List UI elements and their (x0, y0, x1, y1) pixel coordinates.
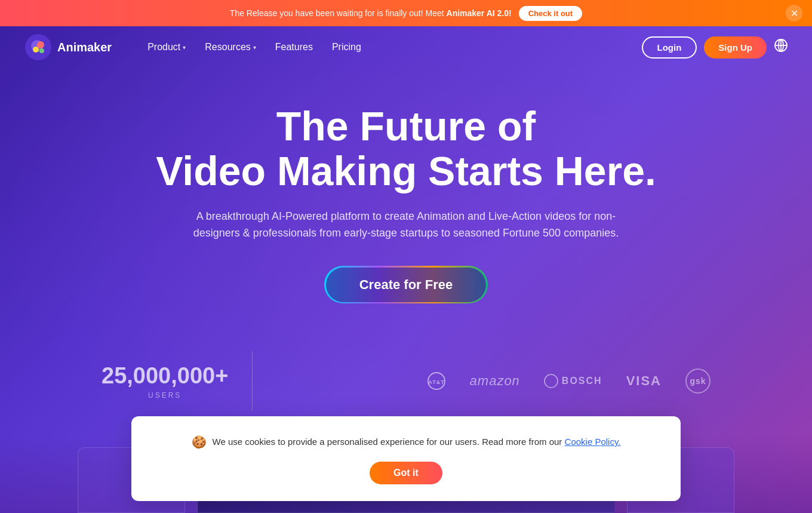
chevron-down-icon: ▾ (253, 44, 256, 51)
brand-bosch: BOSCH (544, 374, 602, 388)
nav-actions: Login Sign Up (642, 36, 789, 59)
create-free-button-wrapper[interactable]: Create for Free (324, 266, 488, 303)
check-it-out-button[interactable]: Check it out (519, 6, 582, 21)
language-selector-button[interactable] (774, 38, 788, 56)
globe-icon (774, 38, 788, 53)
hero-title-line1: The Future of (156, 104, 656, 149)
att-logo-icon: AT&T (427, 371, 446, 391)
login-button[interactable]: Login (642, 36, 697, 59)
svg-point-11 (545, 374, 558, 388)
svg-point-4 (39, 48, 44, 53)
navbar: Animaker Product ▾ Resources ▾ Features … (0, 26, 812, 68)
animaker-logo-icon (24, 33, 53, 62)
svg-text:AT&T: AT&T (428, 379, 444, 385)
cookie-text: 🍪 We use cookies to provide a personalis… (192, 433, 621, 451)
stats-divider (252, 351, 253, 411)
cookie-icon: 🍪 (192, 433, 207, 451)
announcement-text: The Release you have been waiting for is… (230, 8, 512, 18)
nav-link-features[interactable]: Features (275, 42, 313, 53)
nav-logo-text: Animaker (57, 41, 112, 54)
users-stats-block: 25,000,000+ USERS (102, 363, 252, 400)
cookie-message: We use cookies to provide a personalised… (213, 435, 621, 449)
brand-logos: AT&T amazon BOSCH VISA gsk (276, 368, 710, 394)
hero-title-line2: Video Making Starts Here. (156, 149, 656, 193)
got-it-button[interactable]: Got it (370, 462, 442, 484)
brand-gsk: gsk (685, 368, 710, 394)
nav-link-resources[interactable]: Resources ▾ (205, 42, 256, 53)
chevron-down-icon: ▾ (183, 44, 186, 51)
stats-section: 25,000,000+ USERS AT&T amazon BOSCH VISA… (78, 351, 734, 411)
nav-link-product[interactable]: Product ▾ (147, 42, 186, 53)
nav-logo[interactable]: Animaker (24, 33, 112, 62)
svg-point-3 (33, 47, 39, 53)
signup-button[interactable]: Sign Up (704, 36, 767, 59)
brand-visa: VISA (626, 373, 662, 389)
nav-link-pricing[interactable]: Pricing (332, 42, 361, 53)
create-free-button[interactable]: Create for Free (326, 268, 487, 302)
brand-amazon: amazon (470, 373, 520, 389)
nav-links: Product ▾ Resources ▾ Features Pricing (147, 42, 641, 53)
stats-number: 25,000,000+ (102, 363, 228, 389)
hero-content: The Future of Video Making Starts Here. … (144, 104, 668, 303)
brand-att: AT&T (427, 371, 446, 391)
announcement-bar: The Release you have been waiting for is… (0, 0, 812, 26)
announcement-close-button[interactable]: ✕ (786, 5, 802, 21)
stats-label: USERS (148, 391, 182, 400)
cookie-banner: 🍪 We use cookies to provide a personalis… (131, 416, 681, 501)
hero-subtitle: A breakthrough AI-Powered platform to cr… (185, 208, 627, 242)
svg-point-2 (37, 41, 44, 48)
bosch-logo-icon (544, 374, 558, 388)
cookie-policy-link[interactable]: Cookie Policy. (565, 437, 621, 447)
